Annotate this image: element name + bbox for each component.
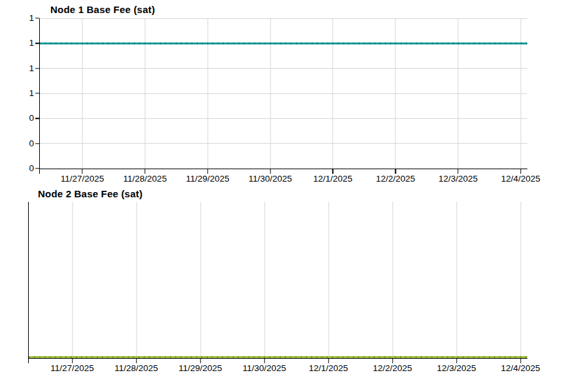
x-axis-tick xyxy=(392,358,393,363)
x-axis-tick-label: 11/29/2025 xyxy=(186,174,229,184)
x-axis-tick xyxy=(520,169,521,174)
node1-base-fee-chart: Node 1 Base Fee (sat) 111100011/27/20251… xyxy=(0,0,562,184)
y-axis-tick-label: 1 xyxy=(29,64,34,73)
x-axis-tick xyxy=(333,169,333,174)
h-gridline xyxy=(40,118,527,119)
h-gridline xyxy=(40,143,527,144)
chart-title-node1: Node 1 Base Fee (sat) xyxy=(50,4,155,15)
y-axis-tick-label: 0 xyxy=(29,114,34,123)
x-axis-tick xyxy=(457,169,458,174)
x-axis-tick-label: 12/4/2025 xyxy=(501,364,540,373)
series-line xyxy=(29,356,527,358)
x-axis-tick xyxy=(328,358,329,363)
v-gridline xyxy=(200,202,201,358)
x-axis-tick-label: 11/27/2025 xyxy=(61,174,105,184)
y-axis-tick-label: 1 xyxy=(29,39,34,47)
y-axis-tick-label: 1 xyxy=(29,89,34,98)
x-axis-tick-label: 12/2/2025 xyxy=(376,174,415,184)
x-axis-tick xyxy=(456,358,457,363)
v-gridline xyxy=(395,18,396,169)
x-axis-tick-label: 12/3/2025 xyxy=(438,174,478,184)
v-gridline xyxy=(456,202,457,358)
v-gridline xyxy=(392,202,393,358)
chart-title-node2: Node 2 Base Fee (sat) xyxy=(38,188,142,199)
v-gridline xyxy=(520,202,521,358)
v-gridline xyxy=(457,18,458,169)
v-gridline xyxy=(82,18,83,169)
y-axis-tick xyxy=(35,168,39,169)
x-axis-tick-label: 11/30/2025 xyxy=(248,174,292,184)
y-axis-tick xyxy=(35,68,39,69)
y-axis-tick xyxy=(35,43,39,44)
x-axis-tick-label: 12/2/2025 xyxy=(373,364,412,373)
v-gridline xyxy=(264,202,265,358)
x-axis-tick xyxy=(264,358,265,363)
v-gridline xyxy=(270,18,271,169)
x-axis-tick-label: 11/28/2025 xyxy=(124,174,167,184)
x-axis-tick-label: 11/27/2025 xyxy=(50,364,94,373)
v-gridline xyxy=(144,18,145,169)
node2-base-fee-chart: Node 2 Base Fee (sat) 11/27/202511/28/20… xyxy=(0,184,562,392)
v-gridline xyxy=(520,18,521,169)
h-gridline xyxy=(40,93,527,94)
v-gridline xyxy=(72,202,73,358)
plot-area-node1: 111100011/27/202511/28/202511/29/202511/… xyxy=(39,18,527,169)
x-axis-tick-label: 12/3/2025 xyxy=(437,364,476,373)
x-axis-tick xyxy=(144,169,145,174)
x-axis-tick xyxy=(395,169,395,174)
x-axis-tick-label: 11/30/2025 xyxy=(242,364,286,373)
x-axis-tick xyxy=(82,169,82,174)
x-axis-tick-label: 12/4/2025 xyxy=(501,174,540,184)
y-axis-tick xyxy=(35,118,39,119)
x-axis-tick xyxy=(72,358,73,363)
x-axis-tick-label: 11/28/2025 xyxy=(114,364,158,373)
x-axis-tick-label: 12/1/2025 xyxy=(309,364,348,373)
v-gridline xyxy=(333,18,333,169)
x-axis-tick xyxy=(207,169,208,174)
y-axis-tick-label: 1 xyxy=(29,14,34,23)
y-axis-tick xyxy=(35,18,39,18)
x-axis-tick xyxy=(136,358,137,363)
y-axis-tick-label: 0 xyxy=(29,164,34,172)
v-gridline xyxy=(328,202,329,358)
series-line xyxy=(40,42,527,44)
y-axis-tick xyxy=(35,143,39,144)
x-axis-tick xyxy=(200,358,201,363)
h-gridline xyxy=(40,68,527,69)
v-gridline xyxy=(207,18,208,169)
v-gridline xyxy=(136,202,137,358)
x-axis-tick-label: 11/29/2025 xyxy=(178,364,222,373)
x-axis-tick xyxy=(270,169,271,174)
h-gridline xyxy=(40,18,527,19)
y-axis-tick xyxy=(35,93,39,93)
plot-area-node2: 11/27/202511/28/202511/29/202511/30/2025… xyxy=(28,202,527,359)
y-axis-tick-label: 0 xyxy=(29,139,34,148)
x-axis-tick xyxy=(520,358,521,363)
x-axis-tick-label: 12/1/2025 xyxy=(313,174,352,184)
